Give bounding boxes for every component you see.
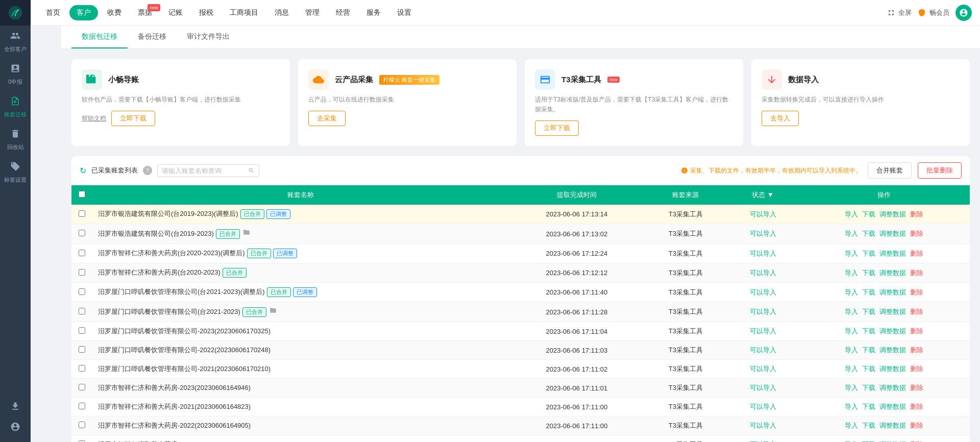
action-删除[interactable]: 删除 — [910, 250, 923, 257]
action-调整数据[interactable]: 调整数据 — [879, 346, 906, 354]
action-删除[interactable]: 删除 — [910, 269, 923, 277]
user-avatar[interactable] — [955, 5, 972, 21]
nav-services[interactable]: 服务 — [359, 5, 388, 20]
action-导入[interactable]: 导入 — [845, 327, 858, 335]
nav-operations[interactable]: 经营 — [329, 5, 357, 20]
help-icon[interactable]: ? — [143, 166, 152, 175]
action-删除[interactable]: 删除 — [910, 346, 923, 354]
action-下载[interactable]: 下载 — [862, 308, 875, 315]
vip-btn[interactable]: 畅会员 — [918, 8, 949, 17]
action-下载[interactable]: 下载 — [862, 365, 875, 373]
action-删除[interactable]: 删除 — [910, 327, 923, 335]
folder-icon[interactable] — [243, 230, 250, 237]
row-checkbox[interactable] — [79, 422, 85, 428]
action-导入[interactable]: 导入 — [845, 365, 858, 373]
fullscreen-btn[interactable]: 全屏 — [887, 8, 912, 17]
action-导入[interactable]: 导入 — [845, 403, 858, 410]
app-logo[interactable] — [0, 0, 31, 26]
sidebar-item-zero-report[interactable]: 0申报 — [0, 58, 31, 91]
row-checkbox[interactable] — [79, 230, 85, 236]
nav-messages[interactable]: 消息 — [267, 5, 296, 20]
refresh-icon[interactable]: ↻ — [80, 166, 86, 176]
action-调整数据[interactable]: 调整数据 — [879, 288, 906, 296]
action-下载[interactable]: 下载 — [862, 327, 875, 335]
action-删除[interactable]: 删除 — [910, 230, 923, 237]
row-checkbox[interactable] — [79, 288, 85, 295]
sidebar-item-all-clients[interactable]: 全部客户 — [0, 26, 31, 58]
nav-tax[interactable]: 报税 — [192, 5, 220, 20]
action-调整数据[interactable]: 调整数据 — [879, 403, 906, 410]
action-删除[interactable]: 删除 — [910, 210, 923, 218]
action-导入[interactable]: 导入 — [845, 230, 858, 237]
sidebar-item-download[interactable] — [0, 396, 31, 416]
action-调整数据[interactable]: 调整数据 — [879, 384, 906, 391]
row-checkbox[interactable] — [79, 365, 85, 372]
action-导入[interactable]: 导入 — [845, 210, 858, 218]
action-删除[interactable]: 删除 — [910, 308, 923, 315]
action-删除[interactable]: 删除 — [910, 288, 923, 296]
action-导入[interactable]: 导入 — [845, 384, 858, 391]
action-删除[interactable]: 删除 — [910, 422, 923, 429]
action-下载[interactable]: 下载 — [862, 288, 875, 296]
action-调整数据[interactable]: 调整数据 — [879, 250, 906, 257]
action-调整数据[interactable]: 调整数据 — [879, 230, 906, 237]
nav-business[interactable]: 工商项目 — [223, 5, 265, 20]
action-下载[interactable]: 下载 — [862, 403, 875, 410]
row-checkbox[interactable] — [79, 308, 85, 314]
action-调整数据[interactable]: 调整数据 — [879, 422, 906, 429]
action-导入[interactable]: 导入 — [845, 308, 858, 315]
nav-home[interactable]: 首页 — [39, 5, 67, 20]
nav-clients[interactable]: 客户 — [69, 5, 98, 20]
action-下载[interactable]: 下载 — [862, 384, 875, 391]
row-checkbox[interactable] — [79, 403, 85, 409]
row-checkbox[interactable] — [79, 210, 85, 217]
merge-btn[interactable]: 合并账套 — [868, 162, 912, 179]
select-all-checkbox[interactable] — [79, 191, 85, 198]
tab-backup-migration[interactable]: 备份迁移 — [128, 26, 177, 48]
go-collect-btn[interactable]: 去采集 — [308, 111, 346, 126]
action-导入[interactable]: 导入 — [845, 288, 858, 296]
action-调整数据[interactable]: 调整数据 — [879, 308, 906, 315]
folder-icon[interactable] — [270, 308, 277, 315]
search-input[interactable] — [162, 167, 245, 175]
action-调整数据[interactable]: 调整数据 — [879, 269, 906, 277]
action-删除[interactable]: 删除 — [910, 365, 923, 373]
action-下载[interactable]: 下载 — [862, 269, 875, 277]
action-导入[interactable]: 导入 — [845, 250, 858, 257]
action-下载[interactable]: 下载 — [862, 346, 875, 354]
action-调整数据[interactable]: 调整数据 — [879, 365, 906, 373]
row-checkbox[interactable] — [79, 250, 85, 256]
tab-data-migration[interactable]: 数据包迁移 — [71, 26, 128, 48]
batch-delete-btn[interactable]: 批量删除 — [918, 162, 962, 179]
nav-management[interactable]: 管理 — [298, 5, 327, 20]
row-checkbox[interactable] — [79, 269, 85, 276]
sidebar-item-recycle-bin[interactable]: 回收站 — [0, 124, 31, 156]
search-icon[interactable] — [248, 167, 255, 174]
action-导入[interactable]: 导入 — [845, 422, 858, 429]
row-checkbox[interactable] — [79, 346, 85, 353]
action-下载[interactable]: 下载 — [862, 230, 875, 237]
action-下载[interactable]: 下载 — [862, 210, 875, 218]
go-import-btn[interactable]: 去导入 — [762, 111, 799, 126]
sidebar-item-tag-settings[interactable]: 标签设置 — [0, 156, 31, 189]
row-checkbox[interactable] — [79, 384, 85, 390]
action-下载[interactable]: 下载 — [862, 422, 875, 429]
nav-settings[interactable]: 设置 — [390, 5, 419, 20]
download-t3-btn[interactable]: 立即下载 — [535, 120, 579, 136]
sidebar-item-account-migration[interactable]: 账套迁移 — [0, 91, 31, 124]
nav-collection[interactable]: 收费 — [100, 5, 129, 20]
action-下载[interactable]: 下载 — [862, 250, 875, 257]
help-doc-link[interactable]: 帮助文档 — [82, 114, 106, 123]
download-now-btn[interactable]: 立即下载 — [111, 111, 155, 126]
nav-bookkeeping[interactable]: 记账 — [161, 5, 190, 20]
action-调整数据[interactable]: 调整数据 — [879, 210, 906, 218]
row-source: T3采集工具 — [644, 379, 728, 398]
action-导入[interactable]: 导入 — [845, 269, 858, 277]
action-导入[interactable]: 导入 — [845, 346, 858, 354]
row-checkbox[interactable] — [79, 327, 85, 334]
action-删除[interactable]: 删除 — [910, 384, 923, 391]
action-删除[interactable]: 删除 — [910, 403, 923, 410]
tab-audit-export[interactable]: 审计文件导出 — [177, 26, 240, 48]
action-调整数据[interactable]: 调整数据 — [879, 327, 906, 335]
sidebar-item-user[interactable] — [0, 416, 31, 437]
